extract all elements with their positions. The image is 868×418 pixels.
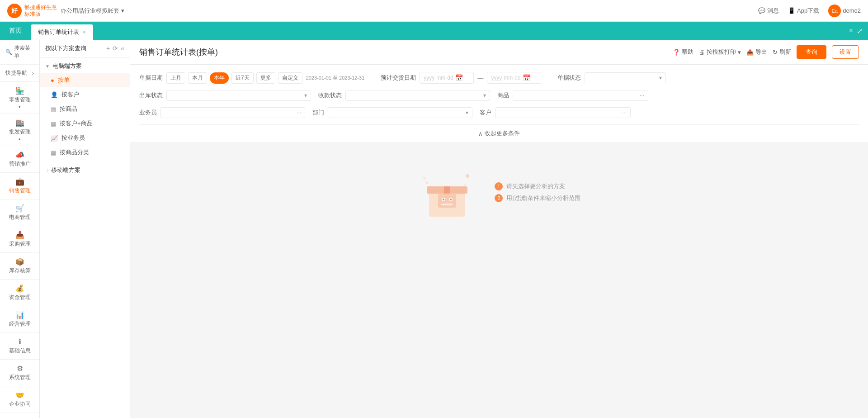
sidebar-item-purchase[interactable]: 📥 采购管理 bbox=[0, 226, 39, 252]
date-btn-custom[interactable]: 自定义 bbox=[278, 72, 302, 84]
calendar-start-icon[interactable]: 📅 bbox=[455, 74, 463, 81]
ecommerce-icon: 🛒 bbox=[15, 204, 24, 213]
svg-rect-7 bbox=[438, 194, 456, 208]
scheme-panel-title: 按以下方案查询 bbox=[45, 44, 86, 52]
svg-rect-12 bbox=[441, 204, 453, 205]
customer-more-icon[interactable]: ··· bbox=[622, 109, 627, 116]
date-range-text: 2023-01-01 至 2023-12-31 bbox=[306, 75, 365, 81]
delivery-status-select[interactable]: ▾ bbox=[166, 90, 311, 101]
empty-svg bbox=[418, 169, 476, 219]
filter-date-item: 单据日期 上月 本月 本年 近7天 更多 自定义 2023-01-01 至 20… bbox=[139, 72, 364, 84]
scheme-item-by-product[interactable]: ▦ 按商品 bbox=[40, 102, 130, 116]
sidebar-item-finance[interactable]: 💰 资金管理 bbox=[0, 280, 39, 306]
main-layout: 🔍 搜索菜单 快捷导航 › 🏪 零售管理 ▾ 🏬 批发管理 ▴ 📣 营销推广 bbox=[0, 40, 868, 418]
expected-date-end[interactable]: yyyy-mm-dd 📅 bbox=[487, 72, 541, 84]
calendar-end-icon[interactable]: 📅 bbox=[523, 74, 530, 81]
scheme-mobile-section-title[interactable]: › 移动端方案 bbox=[40, 163, 130, 177]
retail-icon: 🏪 bbox=[15, 86, 24, 95]
query-button[interactable]: 查询 bbox=[797, 45, 826, 59]
filter-customer: 客户 ··· bbox=[480, 107, 631, 118]
topbar: 好 畅捷通好生意 标准版 办公用品行业模拟账套 ▾ 💬 消息 📱 App下载 E… bbox=[0, 0, 868, 22]
payment-status-select[interactable]: ▾ bbox=[345, 90, 490, 101]
sidebar-item-basic[interactable]: ℹ 基础信息 bbox=[0, 333, 39, 359]
basic-icon: ℹ bbox=[19, 337, 21, 346]
help-button[interactable]: ❓ 帮助 bbox=[673, 48, 693, 56]
svg-point-5 bbox=[464, 184, 466, 186]
date-filter-buttons: 上月 本月 本年 近7天 更多 自定义 bbox=[166, 72, 302, 84]
date-btn-this-year[interactable]: 本年 bbox=[210, 72, 229, 84]
tab-sales-summary[interactable]: 销售订单统计表 × bbox=[31, 24, 93, 40]
svg-point-11 bbox=[450, 199, 452, 200]
scheme-refresh-button[interactable]: ⟳ bbox=[113, 45, 118, 52]
nav-section-system: ⚙ 系统管理 bbox=[0, 360, 39, 386]
chevron-down-icon: ▾ bbox=[121, 7, 124, 14]
scheme-pc-section-title[interactable]: ▼ 电脑端方案 bbox=[40, 59, 130, 73]
user-menu[interactable]: Ea demo2 bbox=[828, 5, 861, 17]
help-icon: ❓ bbox=[673, 49, 680, 56]
goods-select[interactable]: ··· bbox=[513, 90, 648, 101]
topbar-right: 💬 消息 📱 App下载 Ea demo2 bbox=[758, 5, 861, 17]
customer-select[interactable]: ··· bbox=[495, 107, 631, 118]
scheme-item-by-customer[interactable]: 👤 按客户 bbox=[40, 87, 130, 102]
chevron-up-icon: ▴ bbox=[19, 137, 21, 141]
finance-icon: 💰 bbox=[15, 284, 24, 293]
by-product-icon: ▦ bbox=[51, 106, 56, 113]
message-button[interactable]: 💬 消息 bbox=[758, 7, 779, 15]
tab-home[interactable]: 首页 bbox=[0, 22, 31, 40]
sidebar-item-wholesale[interactable]: 🏬 批发管理 ▴ bbox=[0, 114, 39, 146]
sidebar-search-menu[interactable]: 🔍 搜索菜单 bbox=[0, 40, 39, 65]
scheme-add-button[interactable]: + bbox=[106, 45, 110, 52]
sidebar-item-newbie[interactable]: 🌱 新手引导 bbox=[0, 413, 39, 418]
settings-button[interactable]: 设置 bbox=[832, 45, 859, 59]
by-sales-icon: 📈 bbox=[51, 135, 58, 142]
date-btn-last-7days[interactable]: 近7天 bbox=[231, 72, 254, 84]
sidebar: 🔍 搜索菜单 快捷导航 › 🏪 零售管理 ▾ 🏬 批发管理 ▴ 📣 营销推广 bbox=[0, 40, 40, 418]
sidebar-quick-nav[interactable]: 快捷导航 › bbox=[0, 65, 39, 82]
expected-date-start[interactable]: yyyy-mm-dd 📅 bbox=[420, 72, 474, 84]
sidebar-item-ecommerce[interactable]: 🛒 电商管理 bbox=[0, 200, 39, 226]
collapse-bar[interactable]: ∧ 收起更多条件 bbox=[139, 124, 859, 142]
app-selector[interactable]: 办公用品行业模拟账套 ▾ bbox=[61, 7, 124, 15]
department-select[interactable]: ▾ bbox=[328, 107, 472, 118]
sidebar-item-operations[interactable]: 📊 经营管理 bbox=[0, 306, 39, 332]
scheme-item-by-product-cat[interactable]: ▦ 按商品分类 bbox=[40, 145, 130, 160]
filter-row-2: 出库状态 ▾ 收款状态 ▾ 商品 bbox=[139, 90, 859, 101]
sidebar-item-inventory[interactable]: 📦 库存核算 bbox=[0, 253, 39, 279]
maximize-window-button[interactable]: ⤢ bbox=[857, 27, 863, 35]
tab-close-icon[interactable]: × bbox=[83, 29, 86, 35]
export-button[interactable]: 📤 导出 bbox=[746, 48, 767, 56]
page-header: 销售订单统计表(按单) ❓ 帮助 🖨 按模板打印 ▾ 📤 导出 bbox=[130, 40, 868, 65]
sidebar-item-sales[interactable]: 💼 销售管理 bbox=[0, 173, 39, 199]
chevron-right-icon: › bbox=[32, 70, 34, 76]
nav-section-inventory: 📦 库存核算 bbox=[0, 253, 39, 280]
nav-section-sales: 💼 销售管理 bbox=[0, 173, 39, 200]
refresh-button[interactable]: ↻ 刷新 bbox=[773, 48, 791, 56]
doc-status-select[interactable]: ▾ bbox=[585, 72, 666, 83]
filter-delivery-status: 出库状态 ▾ bbox=[139, 90, 311, 101]
filter-salesperson: 业务员 ··· bbox=[139, 107, 305, 118]
sidebar-item-system[interactable]: ⚙ 系统管理 bbox=[0, 360, 39, 386]
department-label: 部门 bbox=[312, 109, 324, 117]
goods-more-icon[interactable]: ··· bbox=[640, 92, 644, 99]
date-btn-more[interactable]: 更多 bbox=[256, 72, 275, 84]
empty-hint-1: 1 请先选择要分析的方案 bbox=[495, 182, 580, 190]
app-download-button[interactable]: 📱 App下载 bbox=[788, 7, 819, 15]
filter-row-1: 单据日期 上月 本月 本年 近7天 更多 自定义 2023-01-01 至 20… bbox=[139, 72, 859, 84]
scheme-item-by-customer-product[interactable]: ▦ 按客户+商品 bbox=[40, 116, 130, 131]
delivery-status-label: 出库状态 bbox=[139, 91, 163, 100]
scheme-item-by-salesperson[interactable]: 📈 按业务员 bbox=[40, 131, 130, 145]
date-btn-this-month[interactable]: 本月 bbox=[188, 72, 207, 84]
sidebar-item-enterprise[interactable]: 🤝 企业协同 bbox=[0, 386, 39, 413]
salesperson-more-icon[interactable]: ··· bbox=[297, 109, 301, 116]
print-button[interactable]: 🖨 按模板打印 ▾ bbox=[699, 48, 741, 56]
sidebar-item-retail[interactable]: 🏪 零售管理 ▾ bbox=[0, 82, 39, 114]
scheme-collapse-button[interactable]: « bbox=[121, 45, 124, 52]
sidebar-item-marketing[interactable]: 📣 营销推广 bbox=[0, 146, 39, 172]
sales-icon: 💼 bbox=[15, 177, 24, 186]
close-window-button[interactable]: × bbox=[849, 27, 853, 35]
search-icon: 🔍 bbox=[5, 49, 12, 55]
empty-illustration bbox=[418, 169, 476, 219]
date-btn-last-month[interactable]: 上月 bbox=[166, 72, 185, 84]
scheme-item-by-order[interactable]: ● 按单 bbox=[40, 73, 130, 87]
salesperson-select[interactable]: ··· bbox=[160, 107, 305, 118]
